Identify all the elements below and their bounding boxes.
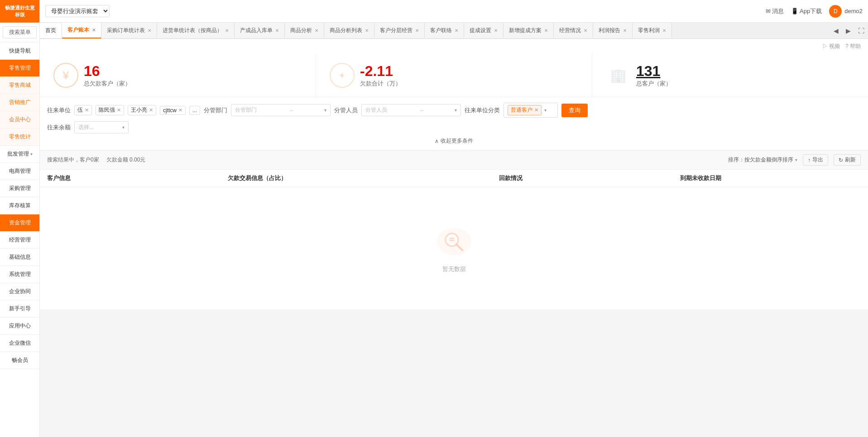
tab-new-raise-plan[interactable]: 新增提成方案 ✕	[504, 23, 554, 38]
remove-tag-icon[interactable]: ✕	[85, 107, 89, 113]
card-total-customers: 🏢 131 总客户（家）	[592, 54, 868, 97]
unit-classify-select[interactable]: 普通客户 ✕ ▾	[504, 103, 558, 118]
tab-customer-book-label: 客户账本	[67, 26, 89, 34]
tab-purchase-stats-by-product[interactable]: 进货单统计表（按商品） ✕	[157, 23, 235, 38]
message-link[interactable]: ✉ 消息	[766, 7, 784, 15]
refresh-button[interactable]: ↻ 刷新	[834, 154, 861, 166]
dept-select[interactable]: 分管部门 ··· ▾	[231, 104, 331, 116]
sidebar-search[interactable]: 搜索菜单	[0, 23, 39, 43]
tab-raise-settings[interactable]: 提成设置 ✕	[464, 23, 504, 38]
header-left: 母婴行业演示账套	[45, 5, 110, 17]
tab-close-icon[interactable]: ✕	[225, 28, 229, 33]
user-profile[interactable]: D demo2	[829, 5, 863, 18]
search-menu-button[interactable]: 搜索菜单	[3, 26, 37, 38]
tab-label: 客户分层经营	[380, 27, 412, 34]
tab-close-icon[interactable]: ✕	[415, 28, 419, 33]
tab-close-icon[interactable]: ✕	[544, 28, 548, 33]
person-dots: ···	[420, 108, 424, 113]
sidebar-item-marketing[interactable]: 营销推广	[0, 94, 39, 111]
tab-retail-profit[interactable]: 零售利润 ✕	[633, 23, 672, 38]
balance-select[interactable]: 选择... ▾	[74, 121, 129, 133]
tab-customer-book[interactable]: 客户账本 ✕	[62, 23, 101, 38]
sidebar-item-enterprise[interactable]: 企业协同	[0, 283, 39, 300]
video-help-link[interactable]: ▷ 视频	[822, 43, 840, 50]
remove-tag-icon[interactable]: ✕	[117, 107, 121, 113]
tab-close-icon[interactable]: ✕	[148, 28, 151, 33]
person-select[interactable]: 分管人员 ··· ▾	[361, 104, 461, 116]
tabs-scroll-right[interactable]: ▶	[842, 24, 854, 37]
tab-profit-report[interactable]: 利润报告 ✕	[593, 23, 633, 38]
download-icon: 📱	[791, 8, 798, 14]
username-label: demo2	[844, 8, 863, 14]
tab-product-analysis-list[interactable]: 商品分析列表 ✕	[324, 23, 374, 38]
tab-close-icon[interactable]: ✕	[455, 28, 458, 33]
question-icon: ?	[845, 43, 850, 49]
sidebar-item-retail-stats[interactable]: 零售统计	[0, 128, 39, 146]
chevron-up-icon: ∧	[435, 138, 439, 144]
sidebar-item-vip[interactable]: 畅会员	[0, 352, 39, 369]
classify-tag[interactable]: 普通客户 ✕	[508, 105, 542, 115]
search-result-text: 搜索结果中，客户0家	[47, 156, 99, 164]
help-link[interactable]: ? 帮助	[845, 43, 861, 50]
sidebar-item-retail-mall[interactable]: 零售商城	[0, 77, 39, 94]
sidebar-item-retail-mgmt[interactable]: 零售管理	[0, 60, 39, 77]
sidebar: 畅捷通好生意 标版 搜索菜单 快捷导航 零售管理 零售商城 营销推广 会员中心 …	[0, 0, 40, 437]
remove-tag-icon[interactable]: ✕	[149, 107, 153, 113]
sidebar-item-inventory[interactable]: 库存核算	[0, 197, 39, 214]
tab-close-icon[interactable]: ✕	[365, 28, 369, 33]
tab-label: 产成品入库单	[240, 27, 273, 34]
app-download-link[interactable]: 📱 App下载	[791, 7, 822, 15]
tabs-scroll-left[interactable]: ◀	[830, 24, 842, 37]
tab-close-icon[interactable]: ✕	[494, 28, 498, 33]
filter-tag-unit2[interactable]: 陈民强 ✕	[96, 105, 124, 115]
remove-classify-icon[interactable]: ✕	[534, 107, 538, 113]
page-content: ▷ 视频 ? 帮助 ¥ 16 总欠款客户（家）	[40, 39, 868, 437]
account-selector[interactable]: 母婴行业演示账套	[45, 5, 110, 17]
sidebar-item-quick-nav[interactable]: 快捷导航	[0, 43, 39, 60]
sort-select[interactable]: 排序：按欠款金额倒序排序 ▾	[728, 156, 797, 164]
tab-close-icon[interactable]: ✕	[92, 28, 96, 33]
tab-close-icon[interactable]: ✕	[315, 28, 318, 33]
tab-label: 商品分析列表	[330, 27, 362, 34]
sidebar-item-wholesale-mgmt[interactable]: 批发管理 ▾	[0, 146, 39, 163]
tab-close-icon[interactable]: ✕	[275, 28, 279, 33]
sidebar-item-new-guide[interactable]: 新手引导	[0, 300, 39, 318]
tab-customer-layer[interactable]: 客户分层经营 ✕	[374, 23, 425, 38]
tab-close-icon[interactable]: ✕	[662, 28, 666, 33]
tab-product-analysis[interactable]: 商品分析 ✕	[285, 23, 324, 38]
filter-tag-unit1[interactable]: 伍 ✕	[74, 105, 92, 115]
remove-tag-icon[interactable]: ✕	[178, 107, 182, 113]
filter-tag-more[interactable]: ...	[189, 106, 200, 115]
export-label: 导出	[812, 156, 823, 164]
filter-tag-unit4[interactable]: cjttcw ✕	[160, 106, 186, 115]
sidebar-item-wechat[interactable]: 企业微信	[0, 335, 39, 352]
tab-ops-status[interactable]: 经营情况 ✕	[554, 23, 593, 38]
tab-customer-contact[interactable]: 客户联络 ✕	[425, 23, 464, 38]
sidebar-item-member[interactable]: 会员中心	[0, 111, 39, 128]
export-button[interactable]: ↑ 导出	[803, 154, 828, 166]
sidebar-item-finance[interactable]: 资金管理	[0, 214, 39, 232]
sidebar-item-purchase-mgmt[interactable]: 采购管理	[0, 180, 39, 197]
sidebar-item-ops-mgmt[interactable]: 经营管理	[0, 232, 39, 249]
sidebar-item-ecommerce[interactable]: 电商管理	[0, 163, 39, 180]
sidebar-item-label: 系统管理	[9, 271, 31, 277]
sidebar-item-sys-mgmt[interactable]: 系统管理	[0, 266, 39, 283]
tab-home[interactable]: 首页	[40, 23, 62, 38]
sidebar-item-basic-info[interactable]: 基础信息	[0, 249, 39, 266]
sidebar-item-label: 新手引导	[9, 305, 31, 312]
tabs-expand[interactable]: ⛶	[854, 24, 868, 37]
collapse-button[interactable]: ∧ 收起更多条件	[47, 137, 861, 145]
tab-purchase-order-stats[interactable]: 采购订单统计表 ✕	[101, 23, 157, 38]
more-tag-text: ...	[192, 107, 197, 114]
tab-close-icon[interactable]: ✕	[584, 28, 587, 33]
tab-close-icon[interactable]: ✕	[623, 28, 627, 33]
sidebar-item-label: 电商管理	[9, 168, 31, 174]
sidebar-item-app-center[interactable]: 应用中心	[0, 318, 39, 335]
tab-product-inbound[interactable]: 产成品入库单 ✕	[235, 23, 285, 38]
filter-tag-unit3[interactable]: 王小亮 ✕	[128, 105, 156, 115]
query-button[interactable]: 查询	[561, 104, 588, 117]
sidebar-item-label: 库存核算	[9, 202, 31, 209]
classify-tag-text: 普通客户	[511, 106, 532, 114]
card-label-credit-customers: 总欠款客户（家）	[84, 80, 131, 88]
sidebar-item-label: 企业协同	[9, 288, 31, 294]
